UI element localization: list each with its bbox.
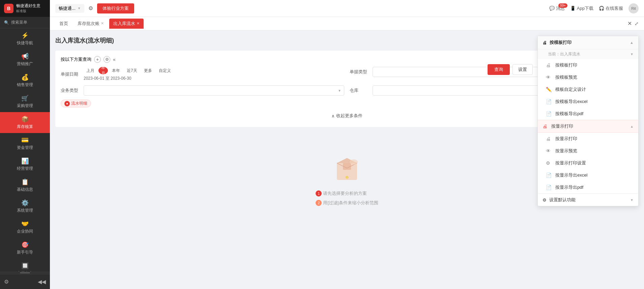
sidebar-item-basic[interactable]: 📋 基础信息 xyxy=(0,175,50,196)
tab-batch-account[interactable]: 库存批次账 ✕ xyxy=(74,19,108,29)
sidebar-item-appcenter[interactable]: 🔲 应用中心 xyxy=(0,259,50,271)
sidebar-item-label: 资金管理 xyxy=(17,145,33,151)
date-opt-7days[interactable]: 近7天 xyxy=(124,67,140,74)
date-opt-last-month[interactable]: 上月 xyxy=(84,67,97,74)
sidebar: B 畅捷通好生意 标准版 🔍 搜索菜单 ⚡ 快捷导航 📢 营销推广 💰 销售管理… xyxy=(0,0,50,289)
dropdown-footer-arrow: ▼ xyxy=(630,198,634,202)
user-dropdown-icon: ▼ xyxy=(78,6,81,10)
tab-inventory-flow-close[interactable]: ✕ xyxy=(137,21,140,26)
query-btn[interactable]: 查询 xyxy=(488,64,510,75)
dropdown-item-template-preview[interactable]: 👁 按模板预览 xyxy=(538,71,638,83)
user-area[interactable]: 畅捷通... ▼ xyxy=(55,4,84,13)
dropdown-header-label: 按模板打印 xyxy=(550,40,572,46)
app-download-label: App下载 xyxy=(577,5,593,11)
filter-settings-btn[interactable]: ⚙ xyxy=(104,56,110,63)
dropdown-item-label: 按显示导出excel xyxy=(555,172,587,178)
business-type-select[interactable]: ▼ xyxy=(84,85,344,96)
sidebar-item-quick-nav[interactable]: ⚡ 快捷导航 xyxy=(0,28,50,49)
set-btn[interactable]: 设置 xyxy=(513,64,533,75)
sidebar-item-system[interactable]: ⚙️ 系统管理 xyxy=(0,196,50,217)
tabs-right-actions: ✕ ⤢ xyxy=(627,20,639,27)
dropdown-item-display-excel[interactable]: 📄 按显示导出excel xyxy=(538,169,638,181)
sidebar-item-marketing[interactable]: 📢 营销推广 xyxy=(0,49,50,70)
sidebar-item-operation[interactable]: 📊 经营管理 xyxy=(0,154,50,175)
logo-icon: B xyxy=(4,4,13,13)
filter-tag-icon: ● xyxy=(64,101,70,106)
main-area: 畅捷通... ▼ ⚙ 体验行业方案 💬 消息 99+ 📱 App下载 🎧 在线客… xyxy=(50,0,644,289)
date-opt-more[interactable]: 更多 xyxy=(141,67,155,74)
tabs-bar: 首页 库存批次账 ✕ 出入库流水 ✕ ✕ ⤢ xyxy=(50,17,644,30)
dropdown-item-display-print[interactable]: 🖨 按显示打印 xyxy=(538,133,638,145)
dropdown-header[interactable]: 🖨 按模板打印 ▲ xyxy=(538,36,638,49)
dropdown-item-label: 按模板导出pdf xyxy=(555,111,583,117)
avatar-text: Rit xyxy=(631,6,636,10)
dropdown-item-label: 按显示导出pdf xyxy=(555,184,583,190)
notification-area[interactable]: 💬 消息 99+ xyxy=(549,5,565,11)
sidebar-item-finance[interactable]: 💳 资金管理 xyxy=(0,133,50,154)
phone-icon: 📱 xyxy=(570,6,576,11)
industry-btn[interactable]: 体验行业方案 xyxy=(97,3,134,14)
filter-collapse-btn[interactable]: « xyxy=(113,57,116,62)
date-opt-this-month[interactable]: 本月 xyxy=(98,67,108,74)
topbar-left: 畅捷通... ▼ ⚙ 体验行业方案 xyxy=(55,3,549,14)
service-area[interactable]: 🎧 在线客服 xyxy=(599,5,623,11)
dropdown-current-arrow: ▼ xyxy=(630,52,634,56)
sidebar-item-inventory[interactable]: 📦 库存核算 xyxy=(0,112,50,133)
dropdown-item-display-pdf[interactable]: 📄 按显示导出pdf xyxy=(538,181,638,193)
sidebar-item-purchase[interactable]: 🛒 采购管理 xyxy=(0,91,50,112)
sidebar-item-label: 新手引导 xyxy=(17,249,33,255)
tab-home[interactable]: 首页 xyxy=(55,19,72,29)
sidebar-item-label: 基础信息 xyxy=(17,187,33,192)
settings-icon[interactable]: ⚙ xyxy=(4,279,9,285)
dropdown-item-pencil-icon: ✏️ xyxy=(546,87,552,92)
sidebar-search[interactable]: 🔍 搜索菜单 xyxy=(0,17,50,28)
dropdown-item-template-excel[interactable]: 📄 按模板导出excel xyxy=(538,96,638,108)
step1-num: 1 xyxy=(316,190,322,196)
sidebar-item-label: 企业协同 xyxy=(17,229,33,234)
date-opt-this-year[interactable]: 本年 xyxy=(109,67,123,74)
dropdown-footer-gear-icon: ⚙ xyxy=(543,198,547,203)
marketing-icon: 📢 xyxy=(21,53,29,60)
collapse-arrow-icon: ∧ xyxy=(331,113,335,119)
tabs-close-btn[interactable]: ✕ xyxy=(627,20,632,27)
dropdown-item-display-settings[interactable]: ⚙ 按显示打印设置 xyxy=(538,157,638,169)
avatar[interactable]: Rit xyxy=(628,3,639,14)
topbar: 畅捷通... ▼ ⚙ 体验行业方案 💬 消息 99+ 📱 App下载 🎧 在线客… xyxy=(50,0,644,17)
dropdown-footer-settings[interactable]: ⚙ 设置默认功能 ▼ xyxy=(538,194,638,206)
collapse-sidebar-icon[interactable]: ◀◀ xyxy=(38,279,46,285)
notification-icon: 💬 xyxy=(549,6,555,11)
filter-add-btn[interactable]: + xyxy=(94,56,101,63)
sidebar-item-sales[interactable]: 💰 销售管理 xyxy=(0,70,50,91)
system-icon: ⚙️ xyxy=(21,199,29,207)
dropdown-item-template-pdf[interactable]: 📄 按模板导出pdf xyxy=(538,108,638,120)
topbar-gear-icon[interactable]: ⚙ xyxy=(87,4,94,13)
dropdown-current: 当前：出入库流水 ▼ xyxy=(538,49,638,59)
sidebar-item-label: 系统管理 xyxy=(17,208,33,213)
app-download-area[interactable]: 📱 App下载 xyxy=(570,5,593,11)
logo-sub: 标准版 xyxy=(16,9,40,14)
tab-batch-account-close[interactable]: ✕ xyxy=(101,21,104,26)
tab-inventory-flow[interactable]: 出入库流水 ✕ xyxy=(109,19,144,29)
tabs-maximize-btn[interactable]: ⤢ xyxy=(635,21,639,26)
dropdown-item-display-preview[interactable]: 👁 按显示预览 xyxy=(538,145,638,157)
sidebar-item-label: 库存核算 xyxy=(17,124,33,130)
sidebar-item-label: 营销推广 xyxy=(17,61,33,67)
dropdown-item-template-custom[interactable]: ✏️ 模板自定义设计 xyxy=(538,83,638,96)
filter-label: 按以下方案查询 xyxy=(61,56,91,62)
sidebar-item-guide[interactable]: 🎯 新手引导 xyxy=(0,238,50,259)
date-field-label: 单据日期 xyxy=(61,71,81,77)
sidebar-item-cooperation[interactable]: 🤝 企业协同 xyxy=(0,217,50,238)
collapse-more-label: 收起更多条件 xyxy=(336,113,362,119)
dropdown-item-printer-icon: 🖨 xyxy=(546,62,552,68)
page-content: 出入库流水(流水明细) 🖨 按模板打印 ▲ ↑ 导出 ↺ 刷新 xyxy=(50,30,644,289)
dropdown-item-template-print[interactable]: 🖨 按模板打印 xyxy=(538,59,638,71)
date-opt-custom[interactable]: 自定义 xyxy=(156,67,174,74)
business-type-label: 业务类型 xyxy=(61,87,81,94)
sidebar-nav: ⚡ 快捷导航 📢 营销推广 💰 销售管理 🛒 采购管理 📦 库存核算 💳 资金管… xyxy=(0,28,50,271)
date-options-row: 上月 本月 本年 近7天 更多 自定义 xyxy=(84,67,174,74)
dropdown-item-pdf-icon: 📄 xyxy=(546,111,552,116)
sidebar-item-label: 经营管理 xyxy=(17,166,33,172)
dropdown-display-section-header[interactable]: 🖨 按显示打印 ▲ xyxy=(538,120,638,133)
sidebar-item-label: 采购管理 xyxy=(17,103,33,109)
dropdown-item-label: 模板自定义设计 xyxy=(555,86,586,93)
